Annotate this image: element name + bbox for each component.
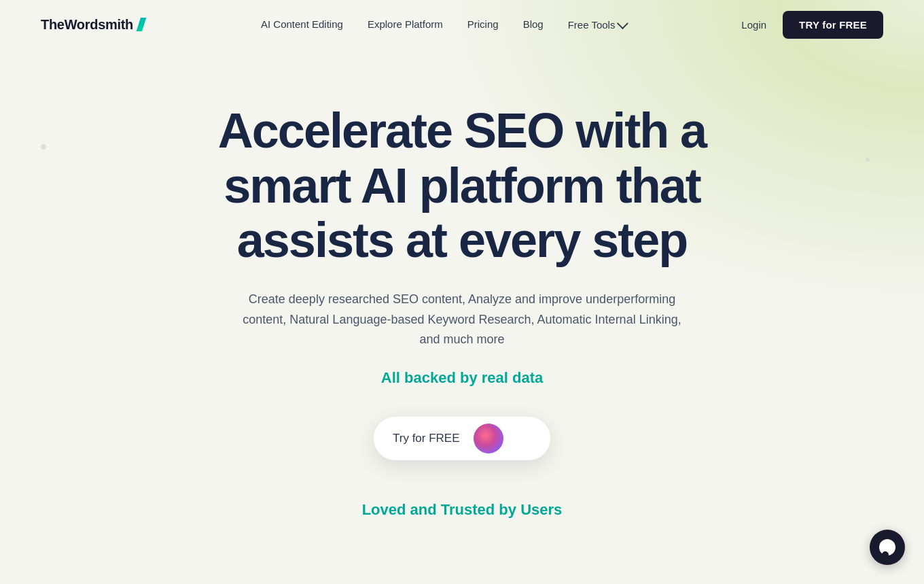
nav-item-explore-platform[interactable]: Explore Platform <box>368 18 443 31</box>
logo-accent-icon <box>137 18 147 31</box>
cta-text: Try for FREE <box>393 432 460 445</box>
cta-button-container[interactable]: Try for FREE <box>374 417 550 460</box>
nav-link-ai-content-editing[interactable]: AI Content Editing <box>261 18 343 30</box>
logo[interactable]: TheWordsmith <box>41 17 145 33</box>
hero-title: Accelerate SEO with a smart AI platform … <box>197 103 727 268</box>
chevron-down-icon <box>617 18 628 29</box>
nav-link-explore-platform[interactable]: Explore Platform <box>368 18 443 30</box>
try-free-button[interactable]: TRY for FREE <box>783 11 883 39</box>
nav-link-free-tools[interactable]: Free Tools <box>568 19 616 31</box>
bottom-tagline: Loved and Trusted by Users <box>362 501 563 519</box>
cta-circle-icon <box>474 424 503 453</box>
nav-item-free-tools[interactable]: Free Tools <box>568 19 626 31</box>
nav-item-blog[interactable]: Blog <box>523 18 544 31</box>
nav-link-pricing[interactable]: Pricing <box>467 18 499 30</box>
hero-section: Accelerate SEO with a smart AI platform … <box>0 49 924 560</box>
navbar: TheWordsmith AI Content Editing Explore … <box>0 0 924 49</box>
nav-links: AI Content Editing Explore Platform Pric… <box>261 18 626 31</box>
chat-icon <box>879 539 895 555</box>
decorative-dot-right <box>866 158 870 162</box>
logo-text: TheWordsmith <box>41 17 133 33</box>
hero-subtitle: Create deeply researched SEO content, An… <box>231 290 693 350</box>
nav-item-pricing[interactable]: Pricing <box>467 18 499 31</box>
nav-right: Login TRY for FREE <box>741 11 883 39</box>
login-link[interactable]: Login <box>741 19 766 31</box>
decorative-dot-left <box>41 144 46 150</box>
chat-support-button[interactable] <box>870 530 905 565</box>
hero-tagline: All backed by real data <box>381 369 543 387</box>
nav-link-blog[interactable]: Blog <box>523 18 544 30</box>
nav-item-ai-content-editing[interactable]: AI Content Editing <box>261 18 343 31</box>
